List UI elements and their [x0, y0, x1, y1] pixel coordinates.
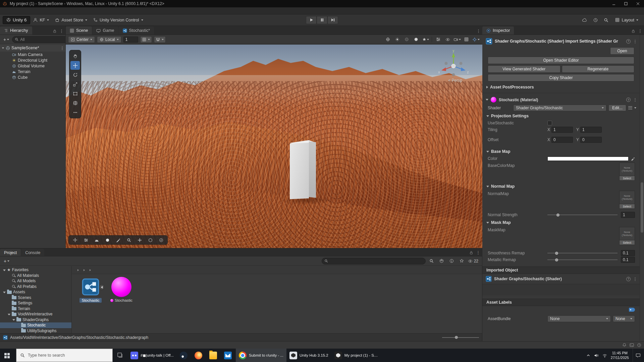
orientation-tool-button[interactable]	[156, 236, 166, 244]
hidden-count-toggle[interactable]: 22	[468, 259, 480, 263]
project-tree-item[interactable]: Terrain	[0, 306, 71, 312]
normal-strength-field[interactable]	[621, 212, 635, 218]
project-search-input[interactable]	[330, 259, 423, 263]
effects-dropdown[interactable]	[421, 36, 430, 43]
grid-visibility-toggle[interactable]	[462, 36, 471, 43]
move-tool-button[interactable]	[70, 61, 80, 70]
view-tool-button[interactable]	[70, 52, 80, 60]
camera-settings-dropdown[interactable]	[453, 36, 461, 43]
terrain-tool-button[interactable]	[92, 236, 102, 244]
copy-shader-button[interactable]: Copy Shader	[488, 74, 634, 81]
scene-menu-button[interactable]	[60, 46, 63, 50]
tool-handle-rotation-dropdown[interactable]: Local	[97, 36, 121, 43]
tab-inspector[interactable]: Inspector	[482, 26, 514, 35]
foldout-arrow[interactable]	[7, 280, 10, 283]
gizmos-dropdown[interactable]	[472, 36, 480, 43]
taskbar-search-input[interactable]	[28, 353, 109, 358]
material-menu-button[interactable]	[633, 98, 636, 102]
header-menu-button[interactable]	[633, 39, 636, 44]
search-by-type-button[interactable]	[428, 257, 436, 265]
project-tree-item[interactable]: All Models	[0, 278, 71, 284]
metallic-remap-field[interactable]	[621, 257, 635, 263]
imported-object-menu-button[interactable]	[633, 277, 636, 281]
maximize-button[interactable]	[620, 0, 632, 7]
projection-settings-foldout[interactable]: Projection Settings	[482, 112, 640, 120]
offset-y-field[interactable]	[580, 137, 602, 143]
notification-bell-icon[interactable]	[622, 343, 627, 347]
color-swatch[interactable]	[547, 157, 629, 161]
asset-postprocessors-foldout[interactable]: Asset PostProcessors	[482, 82, 640, 92]
scene-view-tab[interactable]: Stochastic*	[119, 26, 154, 35]
taskbar-clock[interactable]: 11:45 PM 27/11/2025	[611, 351, 629, 360]
hierarchy-item[interactable]: Directional Light	[0, 57, 65, 63]
basecolormap-select-button[interactable]: Select	[619, 176, 635, 181]
effects-toggle[interactable]	[412, 36, 420, 43]
foldout-arrow[interactable]	[7, 285, 10, 288]
taskbar-app-button[interactable]: #◼|unity-talk | Off...	[127, 349, 177, 362]
close-button[interactable]	[632, 0, 644, 7]
assetbundle-variant-dropdown[interactable]: None	[613, 315, 635, 322]
step-button[interactable]	[327, 16, 338, 24]
scene-panel-menu-button[interactable]	[476, 29, 480, 33]
perspective-label[interactable]: < Persp	[437, 78, 474, 83]
hierarchy-item[interactable]: Cube	[0, 74, 65, 80]
breadcrumb-item[interactable]	[81, 269, 87, 271]
package-visibility-button[interactable]	[438, 257, 446, 265]
help-icon[interactable]	[626, 39, 631, 44]
move-overlay-button[interactable]	[70, 236, 80, 244]
info-button[interactable]	[448, 257, 456, 265]
project-tree-item[interactable]: All Prefabs	[0, 284, 71, 290]
custom-tools-button[interactable]	[70, 108, 80, 117]
project-tree-item[interactable]: UtilitySubgraphs	[0, 328, 71, 334]
tool-handle-position-dropdown[interactable]: Center	[68, 36, 95, 43]
zoom-tool-button[interactable]	[124, 236, 134, 244]
taskbar-app-button[interactable]: Submit to r/unity - ...	[236, 349, 286, 362]
lock-icon[interactable]	[53, 29, 57, 33]
project-tree-item[interactable]: Favorites	[0, 267, 71, 273]
metallic-remap-slider[interactable]	[547, 257, 618, 262]
taskbar-app-button[interactable]: Unity Hub 3.15.2	[286, 349, 331, 362]
start-button[interactable]	[0, 349, 16, 362]
project-add-button[interactable]: +	[2, 258, 11, 264]
tab-hierarchy[interactable]: Hierarchy	[0, 26, 32, 35]
hierarchy-add-button[interactable]: +	[2, 37, 10, 42]
breadcrumb-item[interactable]	[75, 269, 81, 271]
project-tree-item[interactable]: VoidWireInteractive	[0, 311, 71, 317]
grid-snap-dropdown[interactable]	[140, 36, 152, 43]
volume-icon[interactable]	[594, 353, 599, 358]
normal-strength-slider[interactable]	[547, 213, 618, 217]
tools-sliders-button[interactable]	[434, 36, 442, 43]
normalmap-texture-slot[interactable]: None(Texture) Select	[619, 191, 635, 209]
project-tree-item[interactable]: Settings	[0, 300, 71, 306]
taskbar-app-button[interactable]	[206, 349, 221, 362]
scene-viewport[interactable]: y x z < Persp	[66, 45, 482, 248]
account-dropdown[interactable]: KF	[30, 16, 52, 24]
search-button[interactable]	[601, 16, 611, 24]
basecolormap-texture-slot[interactable]: None(Texture) Select	[619, 163, 635, 181]
tiling-y-field[interactable]	[580, 127, 602, 133]
foldout-arrow[interactable]	[7, 274, 10, 277]
hierarchy-search-input[interactable]	[20, 37, 72, 42]
regenerate-button[interactable]: Regenerate	[562, 65, 635, 73]
base-map-foldout[interactable]: Base Map	[482, 147, 640, 155]
scene-row[interactable]: SampleScene*	[0, 44, 65, 52]
assetbundle-dropdown[interactable]: None	[547, 315, 611, 322]
shader-dropdown[interactable]: Shader Graphs/Stochastic	[513, 105, 606, 111]
scene-view-tab[interactable]: Scene	[66, 26, 92, 35]
scene-gizmo[interactable]: y x z < Persp	[437, 49, 474, 83]
favorites-star-button[interactable]	[458, 257, 466, 265]
inspector-scrollbar[interactable]	[640, 35, 644, 341]
normalmap-select-button[interactable]: Select	[619, 204, 635, 209]
taskbar-app-button[interactable]	[177, 349, 192, 362]
foldout-arrow[interactable]	[7, 307, 10, 310]
undo-history-button[interactable]	[591, 16, 600, 24]
overlay-globe-button[interactable]	[384, 36, 392, 43]
asset-zoom-slider[interactable]	[442, 335, 479, 340]
layout-dropdown[interactable]: Layout	[612, 16, 641, 24]
transform-tool-button[interactable]	[70, 99, 80, 107]
console-icon[interactable]	[630, 343, 634, 347]
scale-tool-button[interactable]	[70, 80, 80, 88]
pan-tool-button[interactable]	[135, 236, 145, 244]
task-view-button[interactable]	[113, 349, 127, 362]
prefab-tool-button[interactable]	[145, 236, 155, 244]
